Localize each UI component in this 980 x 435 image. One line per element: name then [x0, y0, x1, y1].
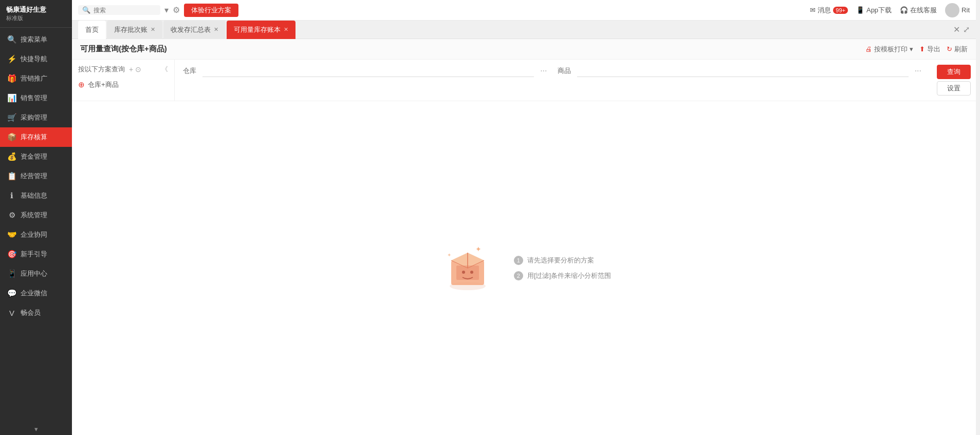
goods-input[interactable]	[577, 65, 909, 77]
sidebar-icon-8: ℹ	[7, 191, 16, 200]
scheme-item-icon: ⊕	[78, 80, 85, 89]
tip-number-1: 1	[514, 256, 523, 265]
print-label: 按模板打印	[874, 45, 908, 54]
tab-close-1[interactable]: ✕	[151, 26, 155, 33]
topbar-gear-icon[interactable]: ⚙	[173, 5, 180, 15]
svg-point-7	[462, 271, 465, 274]
sidebar-item-新手引导[interactable]: 🎯新手引导	[0, 244, 72, 264]
online-service-button[interactable]: 🎧 在线客服	[900, 6, 937, 15]
refresh-button[interactable]: ↻ 刷新	[947, 45, 968, 54]
message-label: 消息	[818, 6, 831, 15]
sidebar-label-4: 采购管理	[21, 113, 47, 122]
sidebar-label-13: 企业微信	[21, 289, 47, 298]
sidebar-scroll-down[interactable]: ▾	[0, 423, 72, 435]
sidebar-item-采购管理[interactable]: 🛒采购管理	[0, 108, 72, 127]
settings-button[interactable]: 设置	[937, 81, 971, 96]
filter-row: 仓库 ··· 商品 ···	[183, 65, 923, 77]
tab-收发存汇总表[interactable]: 收发存汇总表✕	[163, 21, 226, 39]
sidebar-item-系统管理[interactable]: ⚙系统管理	[0, 205, 72, 225]
close-page-button[interactable]: ✕	[953, 25, 960, 34]
sidebar-label-14: 畅会员	[21, 308, 41, 317]
goods-filter-field: 商品 ···	[558, 65, 924, 77]
brand-name: 畅康通好生意	[6, 5, 66, 14]
warehouse-filter-field: 仓库 ···	[183, 65, 549, 77]
search-icon: 🔍	[82, 6, 90, 14]
sidebar-icon-1: ⚡	[7, 54, 16, 64]
mobile-icon: 📱	[856, 6, 864, 14]
sidebar-item-营销推广[interactable]: 🎁营销推广	[0, 69, 72, 88]
svg-point-8	[470, 271, 473, 274]
refresh-icon: ↻	[947, 45, 952, 53]
tab-label-1: 库存批次账	[114, 25, 147, 34]
tab-首页[interactable]: 首页	[78, 21, 106, 39]
sidebar-label-0: 搜索菜单	[21, 35, 47, 44]
svg-text:✦: ✦	[447, 252, 451, 258]
brand-version: 标准版	[6, 14, 66, 22]
warehouse-input[interactable]	[202, 65, 534, 77]
expand-button[interactable]: ⤢	[963, 25, 970, 34]
print-dropdown-icon[interactable]: ▾	[910, 45, 913, 53]
topbar-right: ✉ 消息 99+ 📱 App下载 🎧 在线客服 Rit	[810, 3, 970, 17]
empty-state: ✦ ✦ 1 请先选择要分析的方案 2 用[过滤]条件来缩小分析范围	[72, 101, 976, 435]
tip-number-2: 2	[514, 271, 523, 280]
trial-button[interactable]: 体验行业方案	[184, 4, 238, 17]
topbar: 🔍 ▾ ⚙ 体验行业方案 ✉ 消息 99+ 📱 App下载 🎧 在线客服 Rit	[72, 0, 976, 21]
scheme-panel-header: 按以下方案查询 + ⊙ 《	[72, 65, 174, 77]
sidebar-item-应用中心[interactable]: 📱应用中心	[0, 264, 72, 283]
message-button[interactable]: ✉ 消息 99+	[810, 6, 848, 15]
add-scheme-button[interactable]: +	[129, 65, 133, 73]
sidebar-item-销售管理[interactable]: 📊销售管理	[0, 88, 72, 108]
sidebar-item-资金管理[interactable]: 💰资金管理	[0, 147, 72, 166]
empty-tip-2: 2 用[过滤]条件来缩小分析范围	[514, 271, 611, 280]
search-input[interactable]	[94, 7, 155, 14]
collapse-scheme-button[interactable]: 《	[161, 65, 168, 74]
sidebar-item-基础信息[interactable]: ℹ基础信息	[0, 186, 72, 205]
sidebar-item-企业微信[interactable]: 💬企业微信	[0, 283, 72, 303]
tab-库存批次账[interactable]: 库存批次账✕	[107, 21, 162, 39]
sidebar-icon-3: 📊	[7, 93, 16, 103]
sidebar-icon-13: 💬	[7, 289, 16, 298]
sidebar-item-企业协同[interactable]: 🤝企业协同	[0, 225, 72, 244]
sidebar-nav: 🔍搜索菜单⚡快捷导航🎁营销推广📊销售管理🛒采购管理📦库存核算💰资金管理📋经营管理…	[0, 28, 72, 423]
sidebar-icon-6: 💰	[7, 152, 16, 161]
empty-tip-1: 1 请先选择要分析的方案	[514, 256, 611, 265]
goods-more-button[interactable]: ···	[913, 66, 923, 75]
export-label: 导出	[927, 45, 940, 54]
app-download-label: App下载	[866, 6, 892, 15]
page-header-actions: 🖨 按模板打印 ▾ ⬆ 导出 ↻ 刷新	[865, 45, 968, 54]
tabs-bar: 首页库存批次账✕收发存汇总表✕可用量库存账本✕ ✕ ⤢	[72, 21, 976, 39]
page-header: 可用量查询(按仓库+商品) 🖨 按模板打印 ▾ ⬆ 导出 ↻ 刷新	[72, 39, 976, 60]
sidebar-icon-4: 🛒	[7, 113, 16, 122]
page-title: 可用量查询(按仓库+商品)	[80, 44, 167, 54]
sidebar-label-1: 快捷导航	[21, 54, 47, 64]
sidebar-icon-7: 📋	[7, 172, 16, 181]
sidebar-item-畅会员[interactable]: V畅会员	[0, 303, 72, 323]
warehouse-label: 仓库	[183, 66, 198, 75]
sidebar-icon-12: 📱	[7, 269, 16, 278]
sidebar-item-库存核算[interactable]: 📦库存核算	[0, 127, 72, 147]
sidebar-item-搜索菜单[interactable]: 🔍搜索菜单	[0, 30, 72, 49]
tab-close-2[interactable]: ✕	[214, 26, 218, 33]
topbar-dropdown-icon[interactable]: ▾	[164, 5, 169, 15]
sidebar-label-5: 库存核算	[21, 133, 47, 142]
goods-label: 商品	[558, 66, 573, 75]
sidebar: 畅康通好生意 标准版 🔍搜索菜单⚡快捷导航🎁营销推广📊销售管理🛒采购管理📦库存核…	[0, 0, 72, 435]
query-button[interactable]: 查询	[937, 65, 971, 79]
sidebar-header: 畅康通好生意 标准版	[0, 0, 72, 28]
scheme-panel-label: 按以下方案查询	[78, 65, 125, 74]
tip-text-2: 用[过滤]条件来缩小分析范围	[527, 271, 611, 280]
app-download-button[interactable]: 📱 App下载	[856, 6, 892, 15]
sidebar-icon-5: 📦	[7, 133, 16, 142]
user-avatar-area[interactable]: Rit	[945, 3, 970, 17]
scheme-item-warehouse-goods[interactable]: ⊕ 仓库+商品	[72, 77, 174, 92]
print-button[interactable]: 🖨 按模板打印 ▾	[865, 45, 913, 54]
warehouse-more-button[interactable]: ···	[538, 66, 549, 75]
export-button[interactable]: ⬆ 导出	[919, 45, 940, 54]
sidebar-item-经营管理[interactable]: 📋经营管理	[0, 166, 72, 186]
sidebar-item-快捷导航[interactable]: ⚡快捷导航	[0, 49, 72, 69]
tab-close-3[interactable]: ✕	[284, 26, 288, 33]
tab-可用量库存账本[interactable]: 可用量库存账本✕	[227, 21, 295, 39]
settings-scheme-button[interactable]: ⊙	[135, 65, 141, 73]
sidebar-label-2: 营销推广	[21, 74, 47, 83]
topbar-search-box[interactable]: 🔍	[78, 5, 160, 15]
